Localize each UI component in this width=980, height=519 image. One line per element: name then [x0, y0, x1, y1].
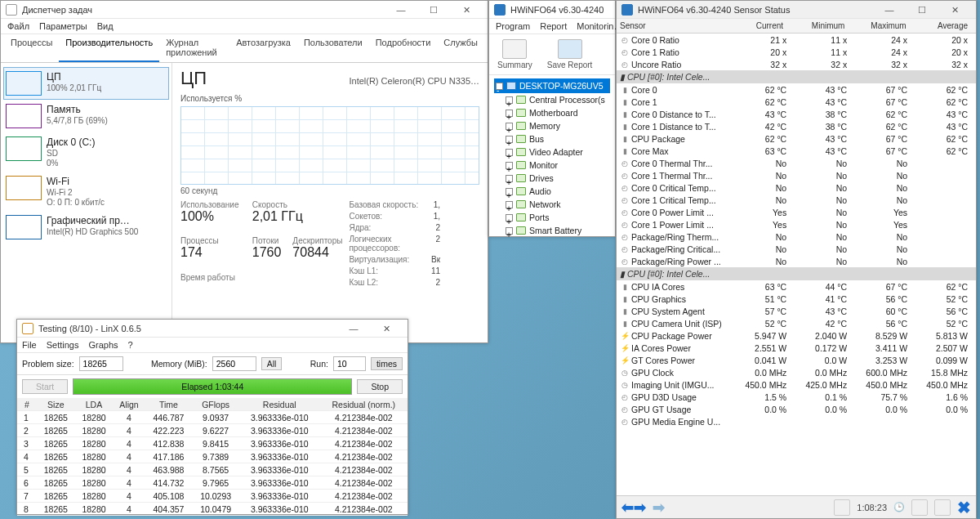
- problem-size-input[interactable]: [79, 356, 123, 371]
- sensor-row[interactable]: ◴GPU Media Engine U...: [617, 415, 976, 427]
- tab-services[interactable]: Службы: [437, 34, 484, 62]
- col-header[interactable]: Time: [145, 398, 193, 411]
- sidebar-item-disk[interactable]: Диск 0 (C:)SD0%: [4, 133, 168, 171]
- sensor-row[interactable]: ◴Core 1 Power Limit ...YesNoYes: [617, 218, 976, 230]
- nav-back-icon[interactable]: ⬅➡: [621, 499, 646, 517]
- linx-titlebar[interactable]: Testing (8/10) - LinX 0.6.5 — ✕: [17, 320, 408, 338]
- tab-users[interactable]: Пользователи: [297, 34, 369, 62]
- tab-details[interactable]: Подробности: [369, 34, 438, 62]
- col-sensor[interactable]: Sensor: [620, 21, 727, 30]
- sensor-row[interactable]: ▮Core Max63 °C43 °C67 °C62 °C: [617, 145, 976, 157]
- sensor-row[interactable]: ▮Core 0 Distance to T...43 °C38 °C62 °C4…: [617, 108, 976, 120]
- col-header[interactable]: Residual: [239, 398, 320, 411]
- close-button[interactable]: ✕: [938, 2, 971, 18]
- tree-node[interactable]: +Central Processor(s: [494, 93, 610, 106]
- sensor-row[interactable]: ◴GPU GT Usage0.0 %0.0 %0.0 %0.0 %: [617, 403, 976, 415]
- col-header[interactable]: Align: [113, 398, 145, 411]
- tree-node[interactable]: +Ports: [494, 211, 610, 224]
- sensor-row[interactable]: ⚡CPU Package Power5.947 W2.040 W8.529 W5…: [617, 329, 976, 342]
- sensor-row[interactable]: ▮Core 1 Distance to T...42 °C38 °C62 °C4…: [617, 120, 976, 132]
- sensor-row[interactable]: ◴Core 0 Thermal Thr...NoNoNo: [617, 157, 976, 169]
- minimize-button[interactable]: —: [873, 2, 906, 18]
- sensor-row[interactable]: ◴Core 0 Ratio21 x11 x24 x20 x: [617, 34, 976, 46]
- sensor-row[interactable]: ▮CPU Graphics51 °C41 °C56 °C52 °C: [617, 293, 976, 305]
- minimize-button[interactable]: —: [337, 320, 370, 337]
- sensor-row[interactable]: ⚡GT Cores Power0.041 W0.0 W3.253 W0.099 …: [617, 354, 976, 366]
- close-x-icon[interactable]: ✖: [957, 498, 971, 517]
- col-header[interactable]: GFlops: [192, 398, 239, 411]
- tab-processes[interactable]: Процессы: [4, 34, 59, 62]
- sensor-row[interactable]: ▮Core 062 °C43 °C67 °C62 °C: [617, 83, 976, 96]
- col-header[interactable]: Residual (norm.): [320, 398, 408, 411]
- sidebar-item-mem[interactable]: Память5,4/7,8 ГБ (69%): [4, 101, 168, 132]
- sensor-row[interactable]: ◴Package/Ring Therm...NoNoNo: [617, 230, 976, 243]
- col-minimum[interactable]: Minimum: [788, 21, 849, 30]
- tree-node[interactable]: +Monitor: [494, 159, 610, 172]
- hw2-titlebar[interactable]: HWiNFO64 v6.30-4240 Sensor Status — ☐ ✕: [617, 1, 976, 19]
- menu-help[interactable]: ?: [128, 340, 133, 350]
- menu-program[interactable]: Program: [496, 21, 530, 31]
- sensor-row[interactable]: ▮Core 162 °C43 °C67 °C62 °C: [617, 96, 976, 108]
- run-input[interactable]: [333, 356, 366, 371]
- tab-performance[interactable]: Производительность: [59, 34, 159, 62]
- menu-graphs[interactable]: Graphs: [88, 340, 118, 350]
- tab-apphistory[interactable]: Журнал приложений: [159, 34, 229, 62]
- col-current[interactable]: Current: [727, 21, 788, 30]
- sensor-row[interactable]: ◴Package/Ring Critical...NoNoNo: [617, 243, 976, 255]
- tree-node[interactable]: +Motherboard: [494, 106, 610, 119]
- sensor-row[interactable]: ◴Core 1 Critical Temp...NoNoNo: [617, 194, 976, 206]
- col-maximum[interactable]: Maximum: [849, 21, 911, 30]
- col-header[interactable]: Size: [37, 398, 75, 411]
- tree-node[interactable]: +Audio: [494, 185, 610, 198]
- sensor-row[interactable]: ◴Uncore Ratio32 x32 x32 x32 x: [617, 58, 976, 70]
- tree-node[interactable]: +Network: [494, 198, 610, 211]
- menu-file[interactable]: File: [22, 340, 37, 350]
- close-button[interactable]: ✕: [450, 2, 483, 18]
- sensor-row[interactable]: ◴Core 0 Power Limit ...YesNoYes: [617, 206, 976, 218]
- sensor-row[interactable]: ◴Package/Ring Power ...NoNoNo: [617, 255, 976, 267]
- maximize-button[interactable]: ☐: [417, 2, 450, 18]
- sensor-row[interactable]: ⚡IA Cores Power2.551 W0.172 W3.411 W2.50…: [617, 342, 976, 354]
- sensor-row[interactable]: ◷Imaging Unit (IMGU...450.0 MHz425.0 MHz…: [617, 378, 976, 391]
- col-header[interactable]: #: [17, 398, 37, 411]
- col-average[interactable]: Average: [911, 21, 973, 30]
- sensor-row[interactable]: ▮CPU Camera Unit (ISP)52 °C42 °C56 °C52 …: [617, 317, 976, 329]
- sensor-row[interactable]: ◴Core 1 Thermal Thr...NoNoNo: [617, 169, 976, 181]
- menu-settings[interactable]: Settings: [47, 340, 79, 350]
- sensor-row[interactable]: ◴Core 1 Ratio20 x11 x24 x20 x: [617, 46, 976, 58]
- sidebar-item-wifi[interactable]: Wi-FiWi-Fi 2О: 0 П: 0 кбит/с: [4, 172, 168, 210]
- start-button[interactable]: Start: [22, 379, 68, 394]
- footer-icon-1[interactable]: [834, 499, 850, 516]
- tree-node[interactable]: +Drives: [494, 172, 610, 185]
- save-report-button[interactable]: Save Report: [547, 39, 593, 69]
- sensor-row[interactable]: ▮CPU IA Cores63 °C44 °C67 °C62 °C: [617, 280, 976, 293]
- close-button[interactable]: ✕: [370, 320, 403, 337]
- tree-node[interactable]: +Smart Battery: [494, 224, 610, 237]
- sidebar-item-cpu[interactable]: ЦП100% 2,01 ГГц: [4, 68, 168, 99]
- sidebar-item-gpu[interactable]: Графический пр…Intel(R) HD Graphics 500: [4, 212, 168, 243]
- tab-startup[interactable]: Автозагрузка: [229, 34, 297, 62]
- sensor-row[interactable]: ▮CPU System Agent57 °C43 °C60 °C56 °C: [617, 305, 976, 317]
- tm-titlebar[interactable]: Диспетчер задач — ☐ ✕: [1, 1, 488, 19]
- hw-tree[interactable]: -DESKTOP-MG26UV5 +Central Processor(s+Mo…: [489, 75, 615, 240]
- sensor-row[interactable]: ▮CPU Package62 °C43 °C67 °C62 °C: [617, 132, 976, 145]
- menu-report[interactable]: Report: [540, 21, 567, 31]
- hw1-titlebar[interactable]: HWiNFO64 v6.30-4240: [489, 1, 615, 19]
- tree-node[interactable]: +Bus: [494, 132, 610, 145]
- footer-icon-2[interactable]: [911, 499, 928, 516]
- menu-file[interactable]: Файл: [7, 21, 29, 31]
- summary-button[interactable]: Summary: [497, 39, 532, 69]
- sensor-rows[interactable]: ◴Core 0 Ratio21 x11 x24 x20 x◴Core 1 Rat…: [617, 34, 976, 491]
- menu-params[interactable]: Параметры: [39, 21, 87, 31]
- stop-button[interactable]: Stop: [357, 379, 403, 394]
- minimize-button[interactable]: —: [385, 2, 417, 18]
- tree-node[interactable]: +Memory: [494, 119, 610, 132]
- col-header[interactable]: LDA: [75, 398, 114, 411]
- tree-node[interactable]: +Video Adapter: [494, 145, 610, 159]
- memory-input[interactable]: [212, 356, 256, 371]
- all-button[interactable]: All: [261, 357, 283, 370]
- footer-icon-3[interactable]: [934, 499, 951, 516]
- sensor-row[interactable]: ◴Core 0 Critical Temp...NoNoNo: [617, 181, 976, 194]
- nav-fwd-icon[interactable]: ➡: [653, 499, 665, 517]
- maximize-button[interactable]: ☐: [906, 2, 938, 18]
